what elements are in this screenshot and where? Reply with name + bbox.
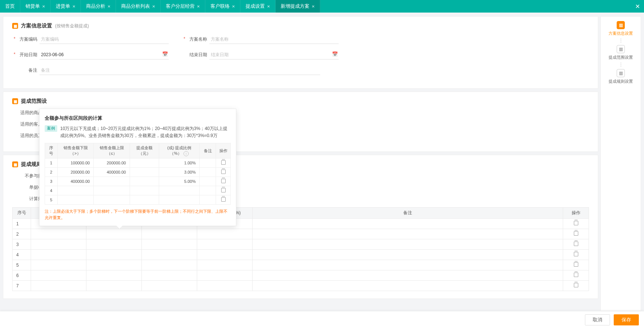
cell-upper[interactable]: [86, 281, 142, 291]
close-icon[interactable]: ✕: [232, 4, 235, 8]
anchor-plan-info[interactable]: ▦ 方案信息设置: [602, 21, 639, 36]
cell-remark[interactable]: [253, 239, 563, 250]
plan-name-input[interactable]: [209, 34, 339, 44]
tab-product-analysis[interactable]: 商品分析✕: [81, 0, 116, 13]
label-applicable-customer: 适用的客户: [17, 121, 42, 127]
tab-label: 商品分析列表: [121, 3, 150, 10]
cell-lower: 100000.00: [58, 158, 94, 168]
cell-amount[interactable]: [142, 250, 197, 260]
tab-home[interactable]: 首页: [0, 0, 20, 13]
cell-amount: [130, 158, 159, 168]
cell-remark[interactable]: [253, 270, 563, 281]
cell-ratio[interactable]: [197, 250, 253, 260]
close-icon[interactable]: ✕: [72, 4, 75, 8]
cell-ratio: [159, 186, 200, 195]
anchor-connector: [621, 62, 621, 67]
anchor-range[interactable]: ▦ 提成范围设置: [602, 45, 639, 60]
cell-upper[interactable]: [86, 270, 142, 281]
start-date-input[interactable]: [40, 50, 169, 59]
footer: 取消 保存: [0, 311, 644, 328]
delete-row-button[interactable]: [216, 186, 231, 195]
delete-row-button[interactable]: [216, 158, 231, 168]
cell-amount: [130, 177, 159, 186]
remark-input[interactable]: [40, 65, 320, 75]
cell-lower: 200000.00: [58, 168, 94, 177]
anchor-icon: ▦: [617, 69, 625, 77]
cell-amount[interactable]: [142, 270, 197, 281]
tab-customer-tier[interactable]: 客户分层经营✕: [161, 0, 205, 13]
cell-amount[interactable]: [142, 260, 197, 270]
delete-row-button[interactable]: [563, 250, 589, 260]
delete-row-button[interactable]: [563, 260, 589, 270]
cell-index: 4: [45, 186, 58, 195]
th-lower: 销售金额下限（>）: [58, 143, 94, 158]
cell-remark[interactable]: [253, 219, 563, 229]
close-icon[interactable]: ✕: [152, 4, 155, 8]
info-icon[interactable]: i: [184, 151, 189, 156]
tabs-bar: 首页 销货单✕ 进货单✕ 商品分析✕ 商品分析列表✕ 客户分层经营✕ 客户联络✕…: [0, 0, 644, 13]
cancel-button[interactable]: 取消: [585, 314, 610, 325]
popover-title: 全额参与所在区间段的计算: [45, 115, 231, 122]
cell-lower[interactable]: [31, 239, 86, 250]
cell-index: 2: [13, 229, 31, 239]
close-icon[interactable]: ✕: [312, 4, 315, 8]
cell-ratio[interactable]: [197, 270, 253, 281]
th-action: 操作: [563, 208, 589, 219]
cell-ratio[interactable]: [197, 281, 253, 291]
cell-upper[interactable]: [86, 229, 142, 239]
trash-icon: [221, 170, 226, 174]
close-all-icon[interactable]: ✕: [631, 0, 644, 13]
tab-product-analysis-list[interactable]: 商品分析列表✕: [116, 0, 161, 13]
cell-lower[interactable]: [31, 281, 86, 291]
cell-upper: 400000.00: [94, 168, 130, 177]
cell-lower[interactable]: [31, 250, 86, 260]
tab-label: 首页: [5, 3, 15, 10]
save-button[interactable]: 保存: [614, 314, 639, 325]
end-date-input[interactable]: [209, 50, 339, 59]
calendar-icon[interactable]: 📅: [162, 51, 168, 57]
cell-lower[interactable]: [31, 260, 86, 270]
delete-row-button[interactable]: [563, 270, 589, 281]
cell-index: 3: [45, 177, 58, 186]
cell-lower[interactable]: [31, 270, 86, 281]
example-text: 10万元以下无提成；10~20万元提成比例为1%；20~40万提成比例为3%；4…: [60, 125, 231, 139]
anchor-label: 提成规则设置: [609, 79, 633, 84]
cell-remark[interactable]: [253, 229, 563, 239]
delete-row-button[interactable]: [216, 177, 231, 186]
close-icon[interactable]: ✕: [197, 4, 200, 8]
anchor-rule[interactable]: ▦ 提成规则设置: [602, 69, 639, 84]
cell-amount[interactable]: [142, 239, 197, 250]
example-table: 序号 销售金额下限（>） 销售金额上限（≤） 提成金额（元） (或) 提成比例（…: [45, 143, 231, 205]
delete-row-button[interactable]: [216, 168, 231, 177]
cell-amount[interactable]: [142, 281, 197, 291]
cell-amount[interactable]: [142, 229, 197, 239]
cell-lower[interactable]: [31, 229, 86, 239]
close-icon[interactable]: ✕: [42, 4, 45, 8]
close-icon[interactable]: ✕: [267, 4, 270, 8]
tab-customer-contact[interactable]: 客户联络✕: [205, 0, 240, 13]
plan-code-input[interactable]: [40, 34, 169, 44]
label-applicable-employee: 适用的员工: [17, 133, 42, 139]
cell-ratio[interactable]: [197, 239, 253, 250]
tab-purchase-order[interactable]: 进货单✕: [51, 0, 81, 13]
table-row: 1100000.00200000.001.00%: [45, 158, 231, 168]
delete-row-button[interactable]: [563, 219, 589, 229]
cell-remark[interactable]: [253, 250, 563, 260]
calendar-icon[interactable]: 📅: [332, 51, 338, 57]
cell-remark[interactable]: [253, 260, 563, 270]
delete-row-button[interactable]: [216, 195, 231, 205]
close-icon[interactable]: ✕: [107, 4, 110, 8]
cell-ratio[interactable]: [197, 229, 253, 239]
cell-ratio[interactable]: [197, 260, 253, 270]
cell-remark[interactable]: [253, 281, 563, 291]
tab-sales-order[interactable]: 销货单✕: [20, 0, 51, 13]
delete-row-button[interactable]: [563, 229, 589, 239]
cell-upper[interactable]: [86, 239, 142, 250]
cell-ratio: 1.00%: [159, 158, 200, 168]
tab-commission-settings[interactable]: 提成设置✕: [240, 0, 275, 13]
cell-upper[interactable]: [86, 250, 142, 260]
tab-new-commission-plan[interactable]: 新增提成方案✕: [275, 0, 320, 13]
cell-upper[interactable]: [86, 260, 142, 270]
delete-row-button[interactable]: [563, 281, 589, 291]
delete-row-button[interactable]: [563, 239, 589, 250]
